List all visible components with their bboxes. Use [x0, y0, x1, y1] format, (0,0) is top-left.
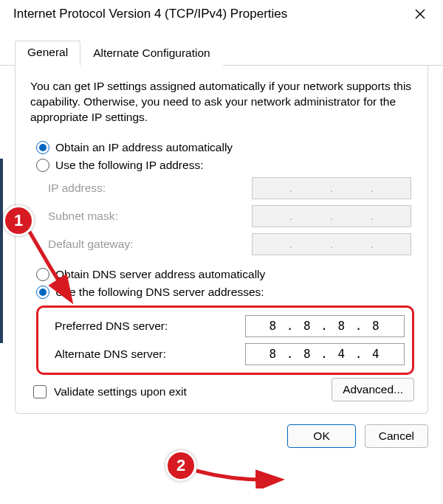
preferred-dns-input[interactable]: 8 . 8 . 8 . 8	[245, 315, 405, 337]
radio-icon	[36, 268, 49, 281]
ip-radio-group: Obtain an IP address automatically Use t…	[36, 139, 414, 258]
ok-button[interactable]: OK	[287, 424, 355, 448]
default-gateway-input: ...	[252, 233, 411, 255]
radio-icon	[36, 141, 49, 154]
radio-ip-manual-label: Use the following IP address:	[55, 159, 203, 172]
tab-general[interactable]: General	[15, 41, 80, 66]
validate-label: Validate settings upon exit	[54, 385, 187, 398]
radio-icon	[36, 286, 49, 299]
ip-address-input: ...	[252, 177, 411, 199]
radio-dns-manual[interactable]: Use the following DNS server addresses:	[36, 283, 414, 301]
alternate-dns-label: Alternate DNS server:	[55, 348, 166, 361]
annotation-badge-2: 2	[165, 450, 196, 481]
radio-dns-auto[interactable]: Obtain DNS server address automatically	[36, 266, 414, 283]
field-subnet-mask: Subnet mask: ...	[36, 202, 414, 230]
close-icon	[415, 9, 425, 19]
dialog-button-row: OK Cancel	[0, 414, 443, 448]
radio-ip-manual[interactable]: Use the following IP address:	[36, 156, 414, 174]
tab-strip: General Alternate Configuration	[0, 40, 443, 66]
radio-dns-auto-label: Obtain DNS server address automatically	[55, 268, 265, 281]
annotation-badge-1: 1	[3, 205, 34, 236]
annotation-highlight-box: Preferred DNS server: 8 . 8 . 8 . 8 Alte…	[36, 305, 414, 375]
description-text: You can get IP settings assigned automat…	[30, 79, 413, 125]
radio-ip-auto-label: Obtain an IP address automatically	[55, 141, 233, 154]
field-ip-address: IP address: ...	[36, 174, 414, 202]
tab-panel: You can get IP settings assigned automat…	[15, 66, 428, 414]
field-preferred-dns: Preferred DNS server: 8 . 8 . 8 . 8	[43, 312, 408, 340]
alternate-dns-input[interactable]: 8 . 8 . 4 . 4	[245, 343, 405, 365]
field-alternate-dns: Alternate DNS server: 8 . 8 . 4 . 4	[43, 340, 408, 368]
preferred-dns-label: Preferred DNS server:	[55, 320, 168, 333]
subnet-mask-input: ...	[252, 205, 411, 227]
radio-icon	[36, 159, 49, 172]
radio-ip-auto[interactable]: Obtain an IP address automatically	[36, 139, 414, 156]
close-button[interactable]	[408, 4, 433, 24]
ip-address-label: IP address:	[48, 182, 106, 195]
radio-dns-manual-label: Use the following DNS server addresses:	[55, 286, 264, 299]
cancel-button[interactable]: Cancel	[365, 424, 428, 448]
tab-alternate[interactable]: Alternate Configuration	[80, 41, 223, 66]
dns-radio-group: Obtain DNS server address automatically …	[36, 266, 414, 375]
default-gateway-label: Default gateway:	[48, 238, 133, 251]
field-default-gateway: Default gateway: ...	[36, 230, 414, 258]
window-title: Internet Protocol Version 4 (TCP/IPv4) P…	[13, 7, 287, 21]
subnet-mask-label: Subnet mask:	[48, 210, 118, 223]
checkbox-icon	[33, 385, 47, 398]
annotation-arrow-2-icon	[190, 463, 286, 489]
window-left-edge	[0, 159, 3, 343]
advanced-button[interactable]: Advanced...	[332, 378, 414, 401]
